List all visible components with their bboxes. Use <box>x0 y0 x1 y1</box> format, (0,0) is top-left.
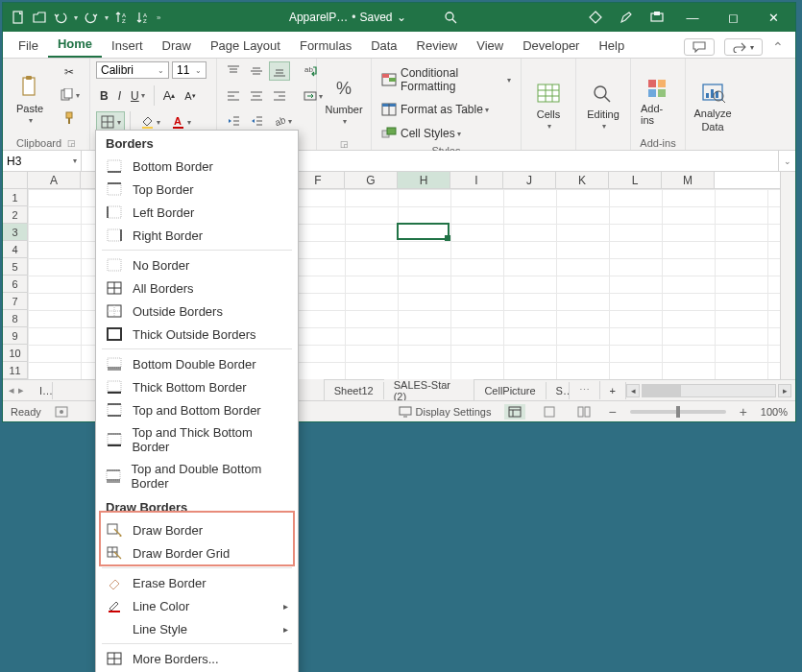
analyze-button[interactable]: Analyze Data <box>692 61 734 148</box>
col-header[interactable]: F <box>292 172 345 188</box>
minimize-button[interactable]: — <box>680 11 705 25</box>
zoom-in-button[interactable]: + <box>740 404 747 420</box>
col-header[interactable]: H <box>398 172 450 188</box>
expand-formula-bar-icon[interactable]: ⌄ <box>778 151 795 171</box>
row-header[interactable]: 10 <box>3 345 28 362</box>
collapse-ribbon-icon[interactable]: ⌃ <box>772 39 784 55</box>
undo-icon[interactable] <box>53 10 68 25</box>
align-right-button[interactable] <box>269 86 290 106</box>
row-header[interactable]: 8 <box>3 310 28 327</box>
scroll-right-button[interactable]: ▸ <box>778 384 791 397</box>
addins-button[interactable]: Add-ins <box>637 61 679 136</box>
tab-view[interactable]: View <box>467 34 513 58</box>
sheet-tab[interactable]: CellPicture <box>474 382 546 399</box>
sheet-nav[interactable]: ◂▸ <box>3 384 30 396</box>
menu-left-border[interactable]: Left Border <box>96 201 298 224</box>
row-header[interactable]: 6 <box>3 276 28 293</box>
col-header[interactable]: G <box>345 172 398 188</box>
italic-button[interactable]: I <box>114 86 125 106</box>
macro-record-icon[interactable] <box>55 406 68 418</box>
row-header[interactable]: 11 <box>3 362 28 379</box>
menu-bottom-double-border[interactable]: Bottom Double Border <box>96 352 298 375</box>
copy-button[interactable]: ▾ <box>55 84 84 106</box>
col-header[interactable]: L <box>609 172 662 188</box>
decrease-indent-button[interactable] <box>223 111 244 131</box>
format-table-button[interactable]: Format as Table▾ <box>377 99 515 120</box>
search-icon[interactable] <box>443 10 458 25</box>
row-header[interactable]: 2 <box>3 206 28 224</box>
comments-button[interactable] <box>684 38 715 56</box>
menu-line-color[interactable]: Line Color▸ <box>96 594 298 617</box>
save-status[interactable]: Saved <box>360 11 393 24</box>
increase-indent-button[interactable] <box>246 111 267 131</box>
pen-icon[interactable] <box>619 10 634 25</box>
menu-erase-border[interactable]: Erase Border <box>96 571 298 594</box>
sheet-more-icon[interactable]: ⋯ <box>570 381 600 399</box>
horizontal-scrollbar[interactable] <box>642 384 776 397</box>
menu-draw-border[interactable]: Draw Border <box>96 518 298 541</box>
tab-review[interactable]: Review <box>407 34 468 58</box>
maximize-button[interactable]: ◻ <box>720 11 745 25</box>
tab-help[interactable]: Help <box>589 34 634 58</box>
align-middle-button[interactable] <box>246 61 267 81</box>
menu-top-thick-bottom-border[interactable]: Top and Thick Bottom Border <box>96 421 298 458</box>
redo-icon[interactable] <box>84 10 99 25</box>
menu-line-style[interactable]: Line Style▸ <box>96 617 298 640</box>
row-header[interactable]: 3 <box>3 224 28 241</box>
zoom-level[interactable]: 100% <box>761 406 788 418</box>
underline-button[interactable]: U▾ <box>127 86 149 106</box>
menu-top-border[interactable]: Top Border <box>96 178 298 201</box>
row-header[interactable]: 4 <box>3 241 28 258</box>
bold-button[interactable]: B <box>96 86 112 106</box>
dialog-launcher-icon[interactable]: ◲ <box>340 139 349 149</box>
dialog-launcher-icon[interactable]: ◲ <box>67 138 76 148</box>
paste-button[interactable]: Paste ▾ <box>9 61 51 136</box>
menu-thick-outside-borders[interactable]: Thick Outside Borders <box>96 323 298 346</box>
menu-thick-bottom-border[interactable]: Thick Bottom Border <box>96 375 298 398</box>
increase-font-button[interactable]: A▴ <box>159 85 180 106</box>
col-header[interactable]: J <box>503 172 556 188</box>
page-layout-view-button[interactable] <box>539 404 560 420</box>
close-button[interactable]: ✕ <box>761 11 786 25</box>
tab-page-layout[interactable]: Page Layout <box>201 34 290 58</box>
active-cell[interactable] <box>397 223 450 240</box>
col-header[interactable]: I <box>450 172 503 188</box>
sort-desc-icon[interactable]: AZ <box>135 10 151 25</box>
normal-view-button[interactable] <box>504 404 525 420</box>
menu-top-bottom-border[interactable]: Top and Bottom Border <box>96 398 298 421</box>
menu-no-border[interactable]: No Border <box>96 253 298 276</box>
save-status-dropdown-icon[interactable]: ⌄ <box>397 11 406 24</box>
sort-asc-icon[interactable]: AZ <box>114 10 130 25</box>
redo-dropdown-icon[interactable]: ▾ <box>105 13 109 22</box>
font-name-combo[interactable]: Calibri⌄ <box>96 61 169 79</box>
align-center-button[interactable] <box>246 86 267 106</box>
menu-draw-border-grid[interactable]: Draw Border Grid <box>96 541 298 564</box>
zoom-slider[interactable] <box>630 410 726 414</box>
menu-more-borders[interactable]: More Borders... <box>96 647 298 670</box>
tab-formulas[interactable]: Formulas <box>290 34 361 58</box>
menu-top-double-bottom-border[interactable]: Top and Double Bottom Border <box>96 458 298 494</box>
col-header[interactable]: K <box>556 172 609 188</box>
zoom-out-button[interactable]: − <box>608 404 616 420</box>
align-bottom-button[interactable] <box>269 61 290 81</box>
decrease-font-button[interactable]: A▾ <box>181 87 199 105</box>
format-painter-button[interactable] <box>58 108 81 129</box>
app-switch-icon[interactable] <box>649 10 665 25</box>
row-header[interactable]: 9 <box>3 327 28 345</box>
tab-data[interactable]: Data <box>361 34 406 58</box>
qat-more-icon[interactable]: » <box>157 13 160 22</box>
editing-button[interactable]: Editing▾ <box>582 61 624 148</box>
undo-dropdown-icon[interactable]: ▾ <box>74 13 78 22</box>
tab-insert[interactable]: Insert <box>102 34 153 58</box>
align-left-button[interactable] <box>223 86 244 106</box>
row-header[interactable]: 7 <box>3 293 28 310</box>
share-button[interactable]: ▾ <box>724 38 763 56</box>
tab-developer[interactable]: Developer <box>513 34 589 58</box>
row-header[interactable]: 1 <box>3 189 28 206</box>
name-box[interactable]: H3▾ <box>3 151 82 171</box>
col-header[interactable]: M <box>662 172 715 188</box>
menu-right-border[interactable]: Right Border <box>96 224 298 247</box>
cell-styles-button[interactable]: Cell Styles▾ <box>377 123 515 144</box>
menu-all-borders[interactable]: All Borders <box>96 276 298 300</box>
cells-button[interactable]: Cells▾ <box>527 61 570 148</box>
